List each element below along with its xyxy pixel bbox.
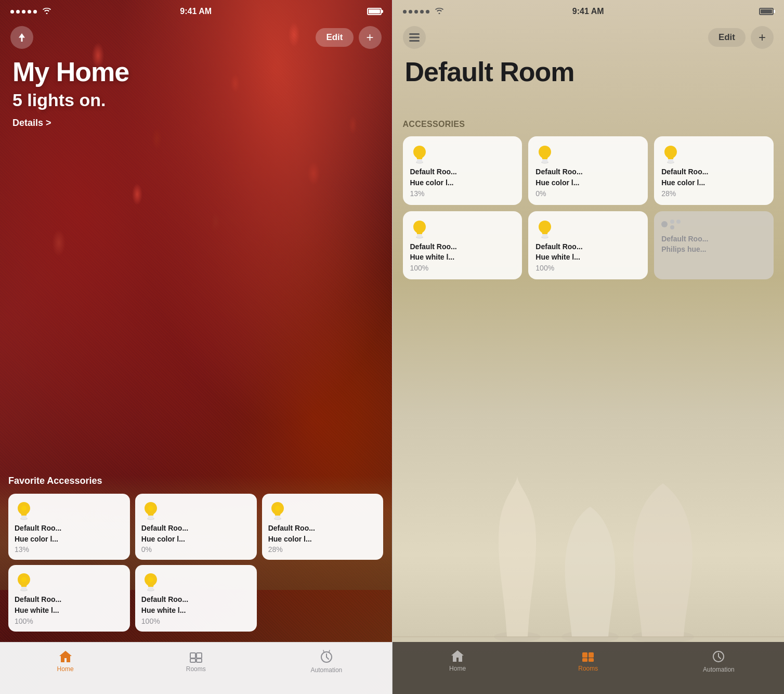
rc6-type: Philips hue... bbox=[661, 245, 766, 254]
edit-button-right[interactable]: Edit bbox=[708, 28, 746, 47]
home-icon bbox=[58, 650, 73, 663]
rc5-name: Default Roo... bbox=[535, 242, 641, 251]
tab-rooms-right[interactable]: Rooms bbox=[523, 647, 654, 672]
accessory-card-2[interactable]: Default Roo... Hue color l... 0% bbox=[135, 494, 257, 560]
card2-percent: 0% bbox=[141, 545, 251, 554]
right-card-1[interactable]: Default Roo... Hue color l... 13% bbox=[403, 136, 522, 205]
card5-percent: 100% bbox=[141, 617, 251, 625]
location-button[interactable] bbox=[10, 26, 33, 49]
bulb-icon-2 bbox=[141, 501, 160, 521]
rc1-percent: 13% bbox=[410, 189, 515, 198]
tab-automation-right[interactable]: Automation bbox=[654, 647, 784, 673]
svg-rect-37 bbox=[582, 652, 587, 658]
svg-rect-34 bbox=[417, 234, 422, 238]
details-link[interactable]: Details > bbox=[12, 118, 129, 128]
automation-icon-right bbox=[711, 649, 726, 664]
automation-icon-left bbox=[319, 650, 334, 664]
svg-rect-36 bbox=[542, 234, 547, 238]
left-screen: 9:41 AM Edit + My Home 5 lights on. Deta… bbox=[0, 0, 392, 694]
add-button-right[interactable]: + bbox=[751, 26, 774, 49]
right-status-bar: 9:41 AM bbox=[393, 0, 785, 23]
signal-dots bbox=[10, 10, 37, 14]
card2-type: Hue color l... bbox=[141, 535, 251, 544]
right-top-right-buttons: Edit + bbox=[708, 26, 774, 49]
tab-automation-left[interactable]: Automation bbox=[261, 648, 391, 674]
right-card-4[interactable]: Default Roo... Hue white l... 100% bbox=[403, 211, 522, 280]
right-signal-dots bbox=[403, 10, 429, 14]
right-card-3[interactable]: Default Roo... Hue color l... 28% bbox=[654, 136, 774, 205]
accessory-card-1[interactable]: Default Roo... Hue color l... 13% bbox=[8, 494, 130, 560]
rooms-icon-left bbox=[189, 650, 203, 663]
tab-home-left[interactable]: Home bbox=[0, 648, 130, 673]
right-card-6[interactable]: Default Roo... Philips hue... bbox=[654, 211, 774, 280]
accessories-grid-right: Default Roo... Hue color l... 13% Defaul… bbox=[403, 136, 774, 279]
right-time: 9:41 AM bbox=[572, 7, 604, 16]
left-tab-bar: Home Rooms Automation bbox=[0, 642, 392, 694]
add-button-left[interactable]: + bbox=[359, 26, 382, 49]
rc4-name: Default Roo... bbox=[410, 242, 515, 251]
favorite-accessories-grid: Default Roo... Hue color l... 13% Defaul… bbox=[8, 494, 384, 632]
bulb-icon-4 bbox=[15, 572, 33, 592]
rooms-icon-right bbox=[581, 649, 595, 663]
room-title: Default Room bbox=[405, 57, 574, 87]
home-icon-right bbox=[450, 649, 465, 663]
tab-rooms-left[interactable]: Rooms bbox=[130, 648, 261, 673]
right-bulb-5 bbox=[535, 220, 554, 239]
svg-point-2 bbox=[21, 506, 27, 511]
right-card-2[interactable]: Default Roo... Hue color l... 0% bbox=[528, 136, 648, 205]
bulb-icon-1 bbox=[15, 501, 33, 521]
bulb-icon-3 bbox=[268, 501, 287, 521]
hub-dot-1 bbox=[661, 221, 668, 227]
rc5-type: Hue white l... bbox=[535, 253, 641, 262]
tab-home-label-right: Home bbox=[449, 665, 466, 672]
svg-rect-39 bbox=[582, 658, 587, 662]
tab-automation-label-left: Automation bbox=[311, 666, 343, 674]
home-title: My Home bbox=[12, 57, 129, 87]
vases-decoration bbox=[393, 382, 785, 642]
tab-home-right[interactable]: Home bbox=[393, 647, 523, 672]
right-top-bar: Edit + bbox=[393, 23, 785, 52]
card4-name: Default Roo... bbox=[15, 595, 124, 604]
svg-rect-18 bbox=[197, 659, 202, 662]
rc2-percent: 0% bbox=[535, 189, 641, 198]
svg-rect-25 bbox=[409, 37, 420, 38]
accessory-card-5[interactable]: Default Roo... Hue white l... 100% bbox=[135, 565, 257, 632]
right-screen: 9:41 AM Edit + Default Room Accessories bbox=[393, 0, 785, 694]
wifi-icon bbox=[43, 7, 51, 16]
svg-rect-16 bbox=[197, 653, 202, 658]
right-wifi-icon bbox=[435, 7, 443, 16]
tab-home-label-left: Home bbox=[57, 665, 74, 673]
svg-rect-32 bbox=[668, 159, 673, 163]
left-status-bar: 9:41 AM bbox=[0, 0, 392, 23]
left-battery bbox=[367, 8, 382, 15]
right-card-5[interactable]: Default Roo... Hue white l... 100% bbox=[528, 211, 648, 280]
favorite-accessories-title: Favorite Accessories bbox=[8, 475, 384, 486]
svg-rect-10 bbox=[21, 587, 27, 590]
svg-point-8 bbox=[275, 506, 280, 511]
hub-dot-4 bbox=[670, 225, 674, 229]
rc5-percent: 100% bbox=[535, 264, 641, 272]
accessories-title-right: Accessories bbox=[403, 120, 774, 129]
list-view-button[interactable] bbox=[403, 26, 426, 49]
accessory-card-4[interactable]: Default Roo... Hue white l... 100% bbox=[8, 565, 130, 632]
rc4-type: Hue white l... bbox=[410, 253, 515, 262]
right-battery bbox=[759, 8, 774, 15]
card2-name: Default Roo... bbox=[141, 524, 251, 533]
battery-icon bbox=[367, 8, 382, 15]
left-time: 9:41 AM bbox=[180, 7, 212, 16]
right-accessories-section: Accessories Default Roo... Hue color l..… bbox=[393, 120, 785, 279]
rc3-percent: 28% bbox=[661, 189, 766, 198]
left-hero: My Home 5 lights on. Details > bbox=[12, 57, 129, 128]
edit-button-left[interactable]: Edit bbox=[316, 28, 353, 47]
svg-rect-30 bbox=[542, 159, 547, 163]
lights-status: 5 lights on. bbox=[12, 90, 129, 110]
right-bulb-3 bbox=[661, 145, 680, 164]
svg-rect-13 bbox=[148, 587, 153, 590]
accessory-card-3[interactable]: Default Roo... Hue color l... 28% bbox=[262, 494, 384, 560]
card3-name: Default Roo... bbox=[268, 524, 377, 533]
svg-rect-4 bbox=[148, 516, 153, 519]
right-hero: Default Room bbox=[405, 57, 574, 87]
right-bulb-1 bbox=[410, 145, 429, 164]
left-top-bar: Edit + bbox=[0, 23, 392, 52]
card1-percent: 13% bbox=[15, 545, 124, 554]
